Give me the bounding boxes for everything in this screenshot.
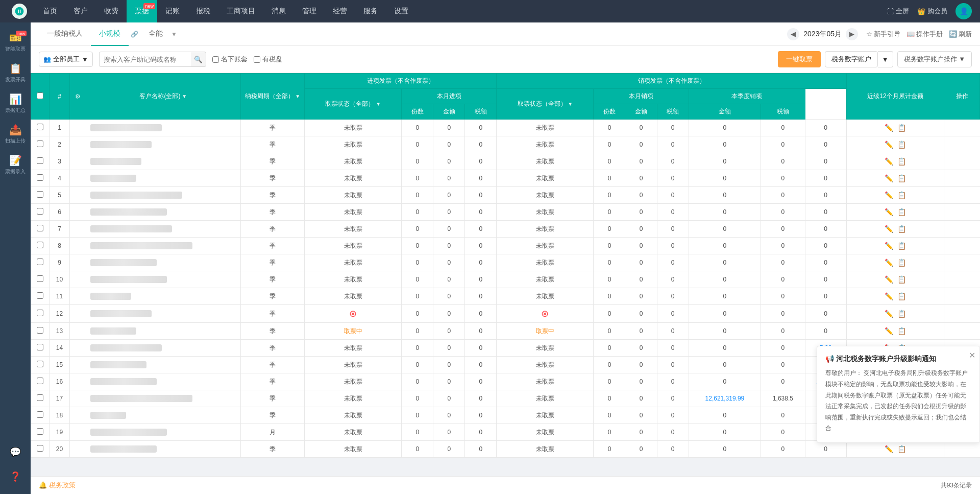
sidebar-help-btn[interactable]: ❓ <box>0 465 31 488</box>
td-checkbox[interactable] <box>31 254 50 271</box>
checkbox-account[interactable]: 名下账套 <box>212 55 248 64</box>
copy-btn[interactable]: 📋 <box>896 444 907 454</box>
row-checkbox[interactable] <box>37 124 43 130</box>
td-checkbox[interactable] <box>31 288 50 305</box>
notification-close-btn[interactable]: ✕ <box>969 350 975 360</box>
td-checkbox[interactable] <box>31 407 50 424</box>
checkbox-taxdisk-input[interactable] <box>254 56 260 63</box>
period-prev-btn[interactable]: ◀ <box>787 28 799 40</box>
copy-btn[interactable]: 📋 <box>896 207 907 217</box>
tax-digital-dropdown-btn[interactable]: ▼ <box>878 51 893 67</box>
edit-btn[interactable]: ✏️ <box>884 173 894 183</box>
tab-general-taxpayer[interactable]: 一般纳税人 <box>39 22 91 46</box>
td-checkbox[interactable] <box>31 204 50 221</box>
copy-btn[interactable]: 📋 <box>896 224 907 234</box>
row-checkbox[interactable] <box>37 445 43 452</box>
nav-tax[interactable]: 报税 <box>188 0 218 22</box>
copy-btn[interactable]: 📋 <box>896 291 907 301</box>
td-checkbox[interactable] <box>31 170 50 187</box>
copy-btn[interactable]: 📋 <box>896 326 907 336</box>
edit-btn[interactable]: ✏️ <box>884 444 894 454</box>
nav-business[interactable]: 工商项目 <box>218 0 263 22</box>
row-checkbox[interactable] <box>37 191 43 198</box>
sidebar-item-ticket-entry[interactable]: 📝 票据录入 <box>0 149 31 180</box>
td-checkbox[interactable] <box>31 424 50 441</box>
tax-digital-btn[interactable]: 税务数字账户 <box>825 51 878 67</box>
row-checkbox[interactable] <box>37 292 43 299</box>
td-checkbox[interactable] <box>31 305 50 323</box>
sidebar-item-scan-upload[interactable]: 📤 扫描上传 <box>0 119 31 149</box>
edit-btn[interactable]: ✏️ <box>884 291 894 301</box>
row-checkbox[interactable] <box>37 378 43 384</box>
copy-btn[interactable]: 📋 <box>896 156 907 167</box>
td-checkbox[interactable] <box>31 120 50 136</box>
row-checkbox[interactable] <box>37 174 43 181</box>
td-checkbox[interactable] <box>31 390 50 407</box>
td-checkbox[interactable] <box>31 221 50 238</box>
edit-btn[interactable]: ✏️ <box>884 309 894 319</box>
nav-home[interactable]: 首页 <box>35 0 65 22</box>
row-checkbox[interactable] <box>37 344 43 350</box>
row-checkbox[interactable] <box>37 327 43 334</box>
employee-select[interactable]: 👥 全部员工 ▼ <box>39 52 93 67</box>
edit-btn[interactable]: ✏️ <box>884 274 894 285</box>
edit-btn[interactable]: ✏️ <box>884 257 894 268</box>
row-checkbox[interactable] <box>37 157 43 164</box>
td-checkbox[interactable] <box>31 187 50 204</box>
search-btn[interactable]: 🔍 <box>191 52 206 67</box>
copy-btn[interactable]: 📋 <box>896 274 907 285</box>
edit-btn[interactable]: ✏️ <box>884 207 894 217</box>
copy-btn[interactable]: 📋 <box>896 309 907 319</box>
nav-service[interactable]: 服务 <box>355 0 386 22</box>
tax-digital-action-btn[interactable]: 税务数字账户操作 ▼ <box>897 51 972 67</box>
nav-accounting[interactable]: 记账 <box>157 0 188 22</box>
sidebar-chat-btn[interactable]: 💬 <box>0 441 31 463</box>
new-guide-btn[interactable]: ☆ 新手引导 <box>866 30 900 39</box>
edit-btn[interactable]: ✏️ <box>884 224 894 234</box>
td-checkbox[interactable] <box>31 340 50 357</box>
copy-btn[interactable]: 📋 <box>896 190 907 200</box>
nav-invoice[interactable]: 票据 new <box>127 0 157 22</box>
fullscreen-btn[interactable]: ⛶ 全屏 <box>887 7 909 16</box>
row-checkbox[interactable] <box>37 361 43 367</box>
edit-btn[interactable]: ✏️ <box>884 326 894 336</box>
nav-settings[interactable]: 设置 <box>386 0 416 22</box>
td-checkbox[interactable] <box>31 323 50 340</box>
avatar[interactable]: 👤 <box>955 3 972 19</box>
copy-btn[interactable]: 📋 <box>896 123 907 133</box>
sidebar-item-summary[interactable]: 📊 票据汇总 <box>0 88 31 119</box>
copy-btn[interactable]: 📋 <box>896 173 907 183</box>
refresh-btn[interactable]: 🔄 刷新 <box>949 30 972 39</box>
copy-btn[interactable]: 📋 <box>896 257 907 268</box>
operation-manual-btn[interactable]: 📖 操作手册 <box>906 30 943 39</box>
edit-btn[interactable]: ✏️ <box>884 139 894 150</box>
row-checkbox[interactable] <box>37 242 43 248</box>
td-checkbox[interactable] <box>31 373 50 390</box>
tab-small-scale[interactable]: 小规模 <box>91 22 129 46</box>
edit-btn[interactable]: ✏️ <box>884 156 894 167</box>
sidebar-item-smart-ticket[interactable]: 🎫 智能取票 new <box>0 27 31 57</box>
row-checkbox[interactable] <box>37 411 43 418</box>
row-checkbox[interactable] <box>37 394 43 401</box>
row-checkbox[interactable] <box>37 140 43 147</box>
tax-policy-link[interactable]: 🔔 税务政策 <box>39 481 76 490</box>
edit-btn[interactable]: ✏️ <box>884 190 894 200</box>
sidebar-item-open-invoice[interactable]: 📋 发票开具 <box>0 57 31 88</box>
nav-fee[interactable]: 收费 <box>96 0 127 22</box>
one-click-ticket-btn[interactable]: 一键取票 <box>778 51 821 67</box>
edit-btn[interactable]: ✏️ <box>884 241 894 251</box>
td-checkbox[interactable] <box>31 238 50 254</box>
edit-btn[interactable]: ✏️ <box>884 123 894 133</box>
period-next-btn[interactable]: ▶ <box>846 28 858 40</box>
td-checkbox[interactable] <box>31 357 50 373</box>
copy-btn[interactable]: 📋 <box>896 139 907 150</box>
nav-operation[interactable]: 经营 <box>325 0 355 22</box>
checkbox-account-input[interactable] <box>212 56 219 63</box>
nav-client[interactable]: 客户 <box>65 0 96 22</box>
nav-manage[interactable]: 管理 <box>294 0 325 22</box>
td-checkbox[interactable] <box>31 271 50 288</box>
row-checkbox[interactable] <box>37 428 43 435</box>
select-all-checkbox[interactable] <box>37 92 43 99</box>
row-checkbox[interactable] <box>37 275 43 282</box>
search-input[interactable] <box>99 52 191 67</box>
